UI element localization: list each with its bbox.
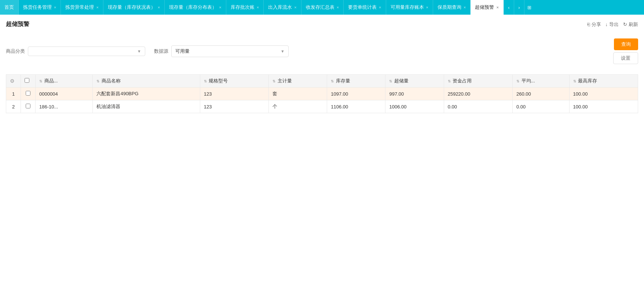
close-icon[interactable]: × xyxy=(294,5,296,10)
refresh-icon: ↻ xyxy=(623,22,627,27)
close-icon[interactable]: × xyxy=(464,5,466,10)
cell-overstock: 1006.00 xyxy=(385,100,444,113)
cell-unit: 套 xyxy=(269,88,327,100)
table-row: 1 0000004 六配套新昌490BPG 123 套 1097.00 997.… xyxy=(6,88,638,100)
header-actions: ⎗ 分享 ↓ 导出 ↻ 刷新 xyxy=(587,21,638,28)
col-max-stock[interactable]: ⇅ 最高库存 xyxy=(569,75,638,88)
cell-max-stock: 100.00 xyxy=(569,88,638,100)
sort-icon: ⇅ xyxy=(516,79,519,83)
cell-product-code: 186-10... xyxy=(36,100,93,113)
chevron-down-icon: ▼ xyxy=(281,49,285,53)
nav-pick-task[interactable]: 拣货任务管理 × xyxy=(19,0,61,15)
filter-buttons: 查询 设置 xyxy=(613,38,638,64)
col-spec[interactable]: ⇅ 规格型号 xyxy=(200,75,268,88)
close-icon[interactable]: × xyxy=(96,5,98,10)
cell-stock: 1106.00 xyxy=(327,100,385,113)
col-capital[interactable]: ⇅ 资金占用 xyxy=(444,75,512,88)
chevron-down-icon: ▼ xyxy=(137,49,141,53)
filter-area: 商品分类 ▼ 数据源 可用量 ▼ 查询 设置 xyxy=(6,34,638,68)
close-icon[interactable]: × xyxy=(257,5,259,10)
query-button[interactable]: 查询 xyxy=(614,38,638,50)
cell-capital: 259220.00 xyxy=(444,88,512,100)
cell-max-stock: 100.00 xyxy=(569,100,638,113)
top-navigation: 首页 拣货任务管理 × 拣货异常处理 × 现存量（库存状况表） × 现存量（库存… xyxy=(0,0,644,15)
col-unit[interactable]: ⇅ 主计量 xyxy=(269,75,327,88)
data-source-filter: 数据源 可用量 ▼ xyxy=(154,45,289,57)
col-overstock[interactable]: ⇅ 超储量 xyxy=(385,75,444,88)
nav-shelf-life[interactable]: 保质期查询 × xyxy=(433,0,471,15)
close-icon[interactable]: × xyxy=(158,5,160,10)
col-stock[interactable]: ⇅ 库存量 xyxy=(327,75,385,88)
nav-batch-account[interactable]: 库存批次账 × xyxy=(226,0,264,15)
nav-overstock[interactable]: 超储预警 × xyxy=(471,0,503,15)
row-checkbox-cell[interactable] xyxy=(21,88,36,100)
cell-capital: 0.00 xyxy=(444,100,512,113)
cell-product-code: 0000004 xyxy=(36,88,93,100)
refresh-button[interactable]: ↻ 刷新 xyxy=(623,21,638,28)
close-icon[interactable]: × xyxy=(379,5,381,10)
checkbox-header[interactable] xyxy=(21,75,36,88)
cell-stock: 1097.00 xyxy=(327,88,385,100)
export-icon: ↓ xyxy=(605,22,608,27)
sort-icon: ⇅ xyxy=(389,79,392,83)
sort-icon: ⇅ xyxy=(96,79,99,83)
table-row: 2 186-10... 机油滤清器 123 个 1106.00 1006.00 … xyxy=(6,100,638,113)
select-all-checkbox[interactable] xyxy=(25,78,29,83)
nav-expand-button[interactable]: ⊞ xyxy=(524,0,534,15)
col-avg[interactable]: ⇅ 平均... xyxy=(513,75,570,88)
page-header: 超储预警 ⎗ 分享 ↓ 导出 ↻ 刷新 xyxy=(6,21,638,28)
close-icon[interactable]: × xyxy=(54,5,56,10)
data-source-label: 数据源 xyxy=(154,48,168,55)
col-product-name[interactable]: ⇅ 商品名称 xyxy=(93,75,200,88)
product-category-label: 商品分类 xyxy=(6,48,25,55)
cell-avg: 260.00 xyxy=(513,88,570,100)
nav-next-button[interactable]: › xyxy=(514,0,524,15)
close-icon[interactable]: × xyxy=(496,5,498,10)
close-icon[interactable]: × xyxy=(219,5,221,10)
data-source-select[interactable]: 可用量 ▼ xyxy=(171,45,289,57)
row-checkbox[interactable] xyxy=(26,104,30,108)
nav-available-stock[interactable]: 可用量库存账本 × xyxy=(386,0,433,15)
nav-pick-exception[interactable]: 拣货异常处理 × xyxy=(61,0,103,15)
cell-product-name: 机油滤清器 xyxy=(93,100,200,113)
row-checkbox-cell[interactable] xyxy=(21,100,36,113)
cell-spec: 123 xyxy=(200,100,268,113)
sort-icon: ⇅ xyxy=(39,79,42,83)
row-checkbox[interactable] xyxy=(26,91,30,96)
sort-icon: ⇅ xyxy=(272,79,275,83)
close-icon[interactable]: × xyxy=(337,5,339,10)
cell-product-name: 六配套新昌490BPG xyxy=(93,88,200,100)
page-content: 超储预警 ⎗ 分享 ↓ 导出 ↻ 刷新 商品分类 ▼ 数据源 xyxy=(0,15,644,293)
sort-icon: ⇅ xyxy=(573,79,576,83)
row-number: 1 xyxy=(6,88,21,100)
export-button[interactable]: ↓ 导出 xyxy=(605,21,619,28)
table-header-row: ⚙ ⇅ 商品... ⇅ 商品名称 ⇅ 规格型号 ⇅ xyxy=(6,75,638,88)
sort-icon: ⇅ xyxy=(204,79,207,83)
close-icon[interactable]: × xyxy=(426,5,428,10)
row-number: 2 xyxy=(6,100,21,113)
cell-unit: 个 xyxy=(269,100,327,113)
nav-order-stat[interactable]: 要货单统计表 × xyxy=(344,0,386,15)
gear-header[interactable]: ⚙ xyxy=(6,75,21,88)
nav-stock-dist[interactable]: 现存量（库存分布表） × xyxy=(165,0,226,15)
nav-stock-status[interactable]: 现存量（库存状况表） × xyxy=(103,0,165,15)
page-title: 超储预警 xyxy=(6,21,29,28)
gear-icon[interactable]: ⚙ xyxy=(10,78,15,84)
settings-button[interactable]: 设置 xyxy=(613,52,638,64)
data-table: ⚙ ⇅ 商品... ⇅ 商品名称 ⇅ 规格型号 ⇅ xyxy=(6,74,638,113)
nav-inout-flow[interactable]: 出入库流水 × xyxy=(264,0,301,15)
product-category-filter: 商品分类 ▼ xyxy=(6,47,145,56)
nav-home[interactable]: 首页 xyxy=(0,0,19,15)
cell-overstock: 997.00 xyxy=(385,88,444,100)
cell-avg: 0.00 xyxy=(513,100,570,113)
nav-prev-button[interactable]: ‹ xyxy=(504,0,514,15)
sort-icon: ⇅ xyxy=(331,79,334,83)
col-product-code[interactable]: ⇅ 商品... xyxy=(36,75,93,88)
share-button[interactable]: ⎗ 分享 xyxy=(587,21,601,28)
product-category-select[interactable]: ▼ xyxy=(28,47,145,56)
share-icon: ⎗ xyxy=(587,22,590,27)
sort-icon: ⇅ xyxy=(448,79,451,83)
nav-recv-send[interactable]: 收发存汇总表 × xyxy=(301,0,344,15)
cell-spec: 123 xyxy=(200,88,268,100)
